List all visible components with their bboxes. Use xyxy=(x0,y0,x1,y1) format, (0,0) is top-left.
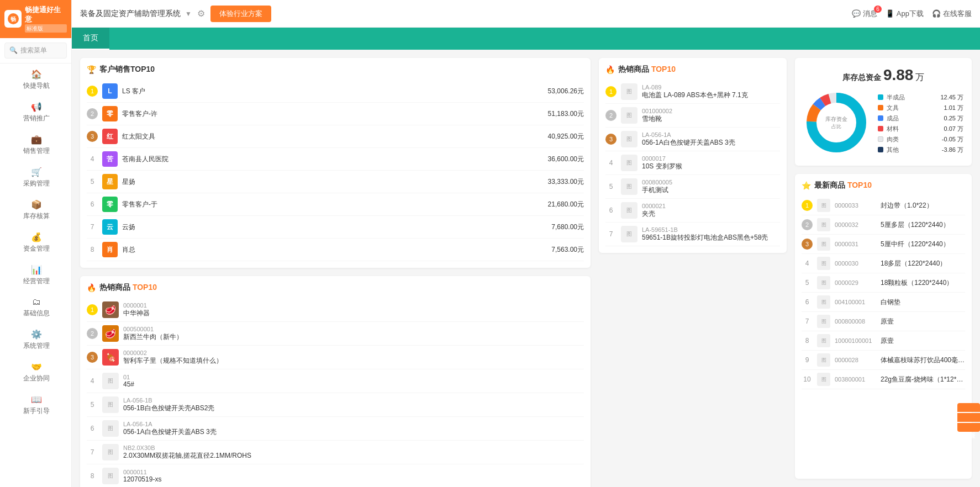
headset-icon: 🎧 xyxy=(932,9,941,18)
sidebar-item-sales[interactable]: 💼 销售管理 xyxy=(0,129,71,161)
product-code: 10000100001 xyxy=(835,337,876,344)
sidebar-item-guide[interactable]: 📖 新手引导 xyxy=(0,389,71,421)
right-panel: 库存总资金 9.88 万 xyxy=(795,58,972,479)
rank-number: 3 xyxy=(605,134,617,145)
product-info: 0000021 夹壳 xyxy=(642,203,780,219)
sidebar-item-system[interactable]: ⚙️ 系统管理 xyxy=(0,324,71,356)
list-item: 7 图 000800008 原壹 xyxy=(802,312,965,331)
search-menu-button[interactable]: 🔍 搜索菜单 xyxy=(4,43,67,59)
sidebar-item-quick-nav[interactable]: 🏠 快捷导航 xyxy=(0,63,71,96)
guide-icon: 📖 xyxy=(31,394,42,405)
product-name: 夹壳 xyxy=(642,209,780,219)
rank-number: 2 xyxy=(87,328,98,339)
sidebar-item-basics[interactable]: 🗂 基础信息 xyxy=(0,292,71,324)
product-image: 图 xyxy=(102,373,119,389)
inventory-unit: 万 xyxy=(915,72,924,82)
legend-item: 其他 -3.86 万 xyxy=(878,146,963,154)
avatar: 红 xyxy=(102,129,118,144)
product-code: 000800008 xyxy=(835,318,876,325)
rank-number: 1 xyxy=(802,200,813,211)
list-item: 2 图 001000002 雪地靴 xyxy=(605,104,780,128)
sidebar-item-marketing[interactable]: 📢 营销推广 xyxy=(0,96,71,129)
rank-number: 8 xyxy=(87,246,98,253)
avatar: 苦 xyxy=(102,151,118,167)
legend-label: 材料 xyxy=(887,125,941,133)
amount: 51,183.00元 xyxy=(548,109,584,119)
product-code: 0000021 xyxy=(642,203,780,209)
app-download-btn[interactable]: 📱 App下载 xyxy=(886,9,924,19)
customer-rank-table: 1 L LS 客户 53,006.26元 2 零 零售客户-许 51,183.0… xyxy=(87,80,584,261)
new-products-title: ⭐ 最新商品 TOP10 xyxy=(802,181,965,190)
list-item: 6 图 0000021 夹壳 xyxy=(605,199,780,223)
amount: 7,563.00元 xyxy=(551,245,584,255)
product-code: 000500001 xyxy=(123,326,584,332)
mid-panel: 🔥 热销商品 TOP10 1 图 LA-089 电池盖 LA-089 ABS本色… xyxy=(599,58,787,479)
tab-bar: 首页 xyxy=(72,28,980,50)
tab-home[interactable]: 首页 xyxy=(72,28,109,50)
nav-label-marketing: 营销推广 xyxy=(23,114,50,123)
search-icon: 🔍 xyxy=(9,46,18,54)
amount: 40,925.00元 xyxy=(548,132,584,141)
legend-color-dot xyxy=(878,115,883,121)
gear-icon[interactable]: ⚙ xyxy=(197,8,205,19)
online-service-btn[interactable]: 🎧 在线客服 xyxy=(932,9,972,19)
product-name: 电池盖 LA-089 ABS本色+黑种 7.1克 xyxy=(642,91,780,100)
legend-label: 成品 xyxy=(887,114,941,123)
sidebar-logo-text: 畅捷通好生意 标准版 xyxy=(25,6,67,33)
hot-products-mid-title: 🔥 热销商品 TOP10 xyxy=(605,65,780,75)
topbar-right: 💬 消息 6 📱 App下载 🎧 在线客服 xyxy=(852,9,972,19)
product-name: 体械嘉枝味苏打饮品400毫升（1*15） xyxy=(881,356,965,365)
product-thumbnail: 图 xyxy=(817,295,830,309)
avatar: 星 xyxy=(102,174,118,189)
list-item: 7 图 LA-59651-1B 59651-1B旋转投影灯电池盒ABS黑色+58… xyxy=(605,223,780,246)
sidebar-search-area[interactable]: 🔍 搜索菜单 xyxy=(0,38,71,63)
list-item: 6 图 004100001 白钢垫 xyxy=(802,293,965,312)
rank-number: 1 xyxy=(87,86,98,97)
sidebar-item-collab[interactable]: 🤝 企业协同 xyxy=(0,356,71,389)
product-image: 图 xyxy=(102,396,119,413)
legend-item: 肉类 -0.05 万 xyxy=(878,135,963,144)
table-row: 7 云 云扬 7,680.00元 xyxy=(87,216,584,239)
inventory-icon: 📦 xyxy=(31,199,42,210)
rank-number: 2 xyxy=(605,110,617,121)
hot-products-list: 1 🥩 0000001 中华神器 2 🥩 000500001 新西兰牛肉（新牛） xyxy=(87,298,584,487)
product-image: 图 xyxy=(621,131,637,147)
customer-service-btn[interactable]: 客服热线 xyxy=(957,403,980,412)
sidebar-item-operations[interactable]: 📊 经营管理 xyxy=(0,259,71,292)
rank-number: 6 xyxy=(802,298,813,306)
legend-color-dot xyxy=(878,94,883,100)
product-name: 22g鱼豆腐-烧烤味（1*12*20） xyxy=(881,375,965,384)
list-item: 8 图 10000100001 原壹 xyxy=(802,331,965,351)
product-info: 0000011 12070519-xs xyxy=(123,469,584,483)
rank-number: 6 xyxy=(605,207,617,214)
dropdown-icon[interactable]: ▼ xyxy=(185,10,192,18)
nav-label-collab: 企业协同 xyxy=(23,374,50,383)
customer-ranking-card: 🏆 客户销售TOP10 1 L LS 客户 53,006.26元 2 零 零售客… xyxy=(80,58,591,268)
product-name: 白钢垫 xyxy=(881,298,965,307)
rank-number: 5 xyxy=(87,178,98,186)
product-code: LA-59651-1B xyxy=(642,226,780,233)
nav-label-operations: 经营管理 xyxy=(23,277,50,286)
rank-number: 7 xyxy=(87,223,98,231)
live-btn[interactable]: 直播 xyxy=(957,423,980,432)
legend-label: 肉类 xyxy=(887,135,939,144)
sidebar-item-purchase[interactable]: 🛒 采购管理 xyxy=(0,161,71,194)
svg-text:占比: 占比 xyxy=(831,124,841,129)
product-thumbnail: 图 xyxy=(817,199,830,212)
content: 🏆 客户销售TOP10 1 L LS 客户 53,006.26元 2 零 零售客… xyxy=(72,50,980,487)
brand-name: 畅捷通好生意 xyxy=(25,6,67,24)
product-image: 🍖 xyxy=(102,349,119,366)
product-info: NB2.0X30B 2.0X30MM双搓花轴,搓花直径2.1MM/ROHS xyxy=(123,444,584,460)
service-community-btn[interactable]: 服务社区 xyxy=(957,413,980,422)
sidebar-item-finance[interactable]: 💰 资金管理 xyxy=(0,226,71,259)
hot-products-mid-card: 🔥 热销商品 TOP10 1 图 LA-089 电池盖 LA-089 ABS本色… xyxy=(599,58,787,253)
sidebar-item-inventory[interactable]: 📦 库存核算 xyxy=(0,194,71,226)
trial-button[interactable]: 体验行业方案 xyxy=(210,6,271,22)
product-image: 🥩 xyxy=(102,301,119,318)
rank-number: 6 xyxy=(87,200,98,208)
product-name: 59651-1B旋转投影灯电池盒ABS黑色+58壳 xyxy=(642,233,780,242)
customer-name: 肖总 xyxy=(122,245,547,255)
messages-btn[interactable]: 💬 消息 6 xyxy=(852,9,877,19)
list-item: 4 图 0000030 18多层（1220*2440） xyxy=(802,254,965,273)
product-name: 中华神器 xyxy=(123,309,584,318)
